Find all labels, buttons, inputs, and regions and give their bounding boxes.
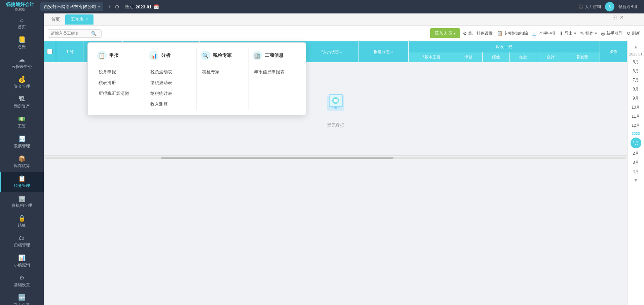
dropdown-item-税负波动表[interactable]: 税负波动表 [149,67,192,77]
date-month-12月[interactable]: 12月 [628,121,644,130]
sidebar-label-home: 首页 [18,24,26,30]
sidebar-item-inventory[interactable]: 📦 库存核算 [0,152,44,172]
content-area: 首页 工资表 × 🔍 添加人员 ▾ ⚙ 统一社保设置📋 专项附加扣除🧾 个税申报… [44,13,644,305]
company-dropdown-arrow: ▾ [98,5,100,9]
sidebar-icon-fixed-asset: 🏗 [19,96,25,102]
search-icon: 🔍 [91,31,97,36]
date-month-11月[interactable]: 11月 [628,112,644,121]
window-close-btn[interactable]: ✕ [619,14,624,21]
help-button[interactable]: 🎧 人工咨询 [578,4,601,10]
sidebar-label-new-guide: 新手引导 [14,302,30,305]
toolbar-btn-operation[interactable]: ✎ 操作▾ [580,31,597,36]
filter-icon: ▽ [340,50,342,54]
sidebar-icon-home: ⌂ [20,17,24,23]
date-month-6月[interactable]: 6月 [628,67,644,76]
settings-icon[interactable]: ⚙ [115,4,119,10]
sidebar: ⌂ 首页📒 总账☁ 云报表中心💰 资金管理🏗 固定资产💵 工资🧾 发票管理📦 库… [0,13,44,305]
toolbar-btn-guide[interactable]: ◎ 新手引导 [601,31,622,36]
svg-rect-7 [338,107,340,108]
tab-wage-label: 工资表 [71,16,84,23]
tab-wage[interactable]: 工资表 × [65,14,93,25]
sidebar-item-multi-org[interactable]: 🏢 多机构管理 [0,192,44,212]
sidebar-item-mini-report[interactable]: 📊 小畅报销 [0,252,44,271]
dropdown-header-analysis: 📊 分析 [149,48,192,63]
sidebar-icon-tax: 📋 [18,176,26,182]
sidebar-label-inventory: 库存核算 [14,163,30,169]
dropdown-item-纳税统计表[interactable]: 纳税统计表 [149,88,192,99]
select-all-checkbox[interactable] [47,49,52,54]
toolbar-label-guide: 新手引导 [606,31,622,36]
date-month-7月[interactable]: 7月 [628,76,644,85]
sidebar-item-new-guide[interactable]: 🆕 新手引导 [0,291,44,305]
sidebar-item-home[interactable]: ⌂ 首页 [0,13,44,33]
scrollbar-track[interactable] [45,157,626,159]
sec-title-tax_expert: 税检专家 [213,52,232,59]
bottom-scrollbar[interactable] [44,155,627,159]
sidebar-icon-archive: 🗂 [19,235,25,241]
toolbar-icon-social-security: ⚙ [463,31,467,36]
company-selector[interactable]: 西安虾米网络科技有限公司 ▾ [40,2,103,11]
sec-title-analysis: 分析 [161,52,171,59]
date-month-5月[interactable]: 5月 [628,58,644,67]
tab-home[interactable]: 首页 [47,14,64,25]
date-next-btn[interactable]: ▼ [632,176,640,184]
sidebar-item-wage[interactable]: 💵 工资 [0,113,44,132]
report-status-filter[interactable]: 报送状态 ▽ [374,49,393,55]
scrollbar-thumb[interactable] [161,157,393,159]
add-person-button[interactable]: 添加人员 ▾ [430,28,460,38]
user-avatar: 人 [605,2,614,11]
sidebar-label-archive: 归档管理 [14,242,30,248]
person-status-filter[interactable]: *人员状态 ▽ [321,49,342,55]
th-base-wage: *基本工资 [409,52,455,62]
filter-icon2: ▽ [390,50,393,54]
window-restore-btn[interactable]: ⊡ [612,14,617,21]
toolbar-btn-social-security[interactable]: ⚙ 统一社保设置 [463,31,493,36]
sidebar-item-fixed-asset[interactable]: 🏗 固定资产 [0,93,44,113]
dropdown-item-税务申报[interactable]: 税务申报 [97,67,141,77]
date-month-8月[interactable]: 8月 [628,85,644,94]
select-all-col [44,41,56,62]
toolbar-btn-refresh[interactable]: ↻ 刷新 [627,31,640,36]
th-deduct: 扣款 [509,52,537,62]
date-month-9月[interactable]: 9月 [628,94,644,103]
sidebar-item-basic-settings[interactable]: ⚙ 基础设置 [0,271,44,291]
dropdown-item-年报信息申报表[interactable]: 年报信息申报表 [253,67,296,77]
dropdown-header-tax_expert: 🔍 税检专家 [201,48,244,63]
date-month-10月[interactable]: 10月 [628,103,644,112]
empty-icon [322,89,349,117]
main-layout: ⌂ 首页📒 总账☁ 云报表中心💰 资金管理🏗 固定资产💵 工资🧾 发票管理📦 库… [0,13,644,305]
tab-close-icon[interactable]: × [86,17,88,22]
search-input[interactable] [51,31,91,36]
dropdown-item-收入测算[interactable]: 收入测算 [149,99,192,110]
date-prev-btn[interactable]: ▲ [632,43,640,51]
date-header: 2023.01 [629,51,643,58]
sidebar-item-ledger[interactable]: 📒 总账 [0,33,44,53]
sidebar-icon-multi-org: 🏢 [18,195,26,201]
toolbar-btn-export[interactable]: ⬇ 导出▾ [559,31,576,36]
date-month-1月[interactable]: 1月 [631,138,641,148]
sidebar-item-archive[interactable]: 🗂 归档管理 [0,232,44,252]
dropdown-item-税检专家[interactable]: 税检专家 [201,67,244,77]
sidebar-item-invoice[interactable]: 🧾 发票管理 [0,132,44,152]
sidebar-item-tax[interactable]: 📋 税务管理 [0,172,44,192]
dropdown-item-纳税波动表[interactable]: 纳税波动表 [149,77,192,88]
dropdown-item-所得税汇算清缴[interactable]: 所得税汇算清缴 [97,88,141,99]
date-month-4月[interactable]: 4月 [628,167,644,176]
toolbar-label-special-deduct: 专项附加扣除 [504,31,528,36]
dropdown-item-税表清册[interactable]: 税表清册 [97,77,141,88]
add-icon[interactable]: ＋ [107,3,112,10]
th-total: 合计 [537,52,564,62]
toolbar-btn-personal-tax[interactable]: 🧾 个税申报 [532,31,555,36]
calendar-icon[interactable]: 📅 [154,4,159,9]
date-month-3月[interactable]: 3月 [628,158,644,167]
sec-title-biz_info: 工商信息 [265,52,283,59]
toolbar-btn-special-deduct[interactable]: 📋 专项附加扣除 [497,31,528,36]
sidebar-item-fund[interactable]: 💰 资金管理 [0,73,44,93]
sidebar-item-cloud-report[interactable]: ☁ 云报表中心 [0,53,44,73]
sidebar-icon-inventory: 📦 [18,156,26,162]
date-month-2月[interactable]: 2月 [628,149,644,158]
sidebar-item-closing[interactable]: 🔒 结账 [0,212,44,232]
th-pension: 养老费 [564,52,600,62]
sidebar-icon-cloud-report: ☁ [19,56,25,63]
dropdown-section-shenb: 📋 申报税务申报税表清册所得税汇算清缴 [93,48,145,110]
